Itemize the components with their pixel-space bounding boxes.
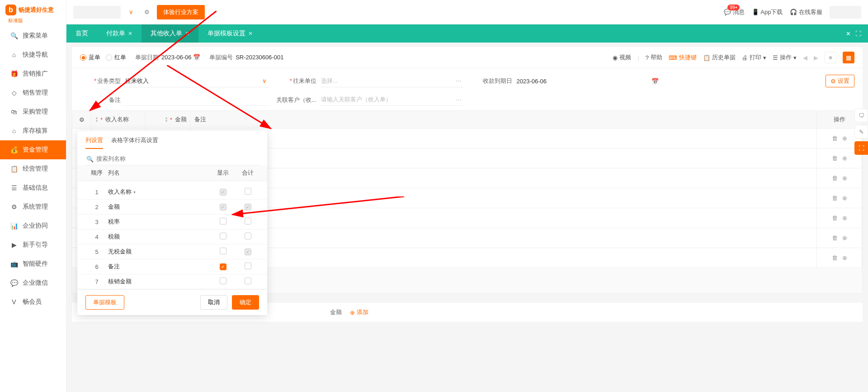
delete-icon[interactable]: 🗑 <box>832 234 838 241</box>
popup-tab-font[interactable]: 表格字体行高设置 <box>111 136 158 149</box>
view-grid-icon[interactable]: ▦ <box>843 52 854 63</box>
grid-header: ⚙ ▲▼*收入名称 ▲▼*金额 备注 操作 <box>72 110 863 129</box>
delete-icon[interactable]: 🗑 <box>832 135 838 142</box>
tabbar: 首页付款单✕其他收入单✕单据模板设置✕ ✕ ⛶ <box>66 24 868 43</box>
checkbox[interactable] <box>220 233 226 239</box>
copy-icon[interactable]: ⊕ <box>842 135 847 142</box>
tabs-expand-icon[interactable]: ⛶ <box>855 30 861 37</box>
field-due-date[interactable]: 收款到期日 2023-06-06 📅 <box>472 75 659 87</box>
print-link[interactable]: 🖨 打印 ▾ <box>742 53 766 62</box>
checkbox[interactable] <box>220 204 226 210</box>
view-list-icon[interactable]: ≡ <box>825 52 836 63</box>
sidebar-item-2[interactable]: 🎁营销推广 <box>0 64 66 83</box>
sidebar-item-13[interactable]: 💬企业微信 <box>0 273 66 292</box>
nav-icon: ⚙ <box>10 203 18 210</box>
checkbox[interactable] <box>220 218 226 225</box>
sidebar-item-12[interactable]: 📺智能硬件 <box>0 254 66 273</box>
delete-icon[interactable]: 🗑 <box>832 195 838 201</box>
checkbox[interactable] <box>220 263 226 270</box>
field-unit[interactable]: *往来单位 选择...⋯ <box>276 75 463 87</box>
col-amount[interactable]: ▲▼*金额 <box>146 111 191 128</box>
float-btn-expand[interactable]: ⛶ <box>854 141 868 155</box>
radio-red[interactable]: 红单 <box>106 53 126 62</box>
copy-icon[interactable]: ⊕ <box>842 195 847 201</box>
tabs-close-icon[interactable]: ✕ <box>846 30 851 37</box>
doc-date-value[interactable]: 2023-06-06 <box>161 54 192 61</box>
operate-link[interactable]: ☰ 操作 ▾ <box>773 53 797 62</box>
more-icon: ⋯ <box>456 96 462 103</box>
column-search-input[interactable] <box>85 153 259 165</box>
cancel-button[interactable]: 取消 <box>200 295 227 310</box>
sidebar-item-11[interactable]: ▶新手引导 <box>0 235 66 254</box>
delete-icon[interactable]: 🗑 <box>832 175 838 182</box>
close-icon[interactable]: ✕ <box>248 30 253 37</box>
sidebar-item-8[interactable]: ☰基础信息 <box>0 178 66 197</box>
user-avatar[interactable] <box>830 6 861 19</box>
shortcut-link[interactable]: ⌨ 快捷键 <box>669 53 697 62</box>
checkbox[interactable] <box>245 218 251 225</box>
checkbox[interactable] <box>245 188 251 195</box>
app-download-link[interactable]: 📱 App下载 <box>752 8 783 16</box>
try-industry-button[interactable]: 体验行业方案 <box>157 5 205 19</box>
checkbox[interactable] <box>245 249 251 255</box>
checkbox[interactable] <box>245 263 251 269</box>
org-dropdown-icon[interactable]: ∨ <box>125 9 137 15</box>
sidebar-item-3[interactable]: ◇销售管理 <box>0 83 66 102</box>
field-biz-type[interactable]: *业务类型 往来收入∨ <box>80 75 268 87</box>
copy-icon[interactable]: ⊕ <box>842 175 847 182</box>
org-selector[interactable] <box>73 6 121 19</box>
tab-2[interactable]: 其他收入单✕ <box>142 24 198 43</box>
copy-icon[interactable]: ⊕ <box>842 155 847 162</box>
sidebar-item-5[interactable]: ⌂库存核算 <box>0 121 66 140</box>
grid-settings-icon[interactable]: ⚙ <box>72 111 91 128</box>
video-link[interactable]: ◉ 视频 <box>613 53 631 62</box>
sidebar-item-0[interactable]: 🔍搜索菜单 <box>0 26 66 45</box>
messages-link[interactable]: 💬 消息 99+ <box>724 8 745 16</box>
tab-1[interactable]: 付款单✕ <box>97 24 142 43</box>
checkbox[interactable] <box>245 233 251 239</box>
sidebar-item-9[interactable]: ⚙系统管理 <box>0 197 66 216</box>
radio-blue[interactable]: 蓝单 <box>80 53 100 62</box>
online-service-link[interactable]: 🎧 在线客服 <box>790 8 822 16</box>
delete-icon[interactable]: 🗑 <box>832 254 838 261</box>
search-icon: 🔍 <box>86 156 94 163</box>
sidebar-item-10[interactable]: 📊企业协同 <box>0 216 66 235</box>
checkbox[interactable] <box>220 277 226 284</box>
close-icon[interactable]: ✕ <box>185 30 189 37</box>
prev-icon[interactable]: ◀ <box>803 54 807 61</box>
checkbox[interactable] <box>245 204 251 210</box>
history-link[interactable]: 📋 历史单据 <box>703 53 736 62</box>
amount-field[interactable]: 金额 <box>273 308 342 316</box>
float-btn-2[interactable]: ✎ <box>854 125 868 139</box>
sidebar-item-7[interactable]: 📋经营管理 <box>0 159 66 178</box>
float-btn-1[interactable]: 🗨 <box>854 109 868 122</box>
delete-icon[interactable]: 🗑 <box>832 215 838 221</box>
settings-button[interactable]: ⚙ 设置 <box>826 75 854 87</box>
copy-icon[interactable]: ⊕ <box>842 254 847 261</box>
sidebar-item-4[interactable]: 🛍采购管理 <box>0 102 66 121</box>
tab-3[interactable]: 单据模板设置✕ <box>198 24 262 43</box>
col-income-name[interactable]: ▲▼*收入名称 <box>91 111 146 128</box>
calendar-icon[interactable]: 📅 <box>651 78 659 85</box>
checkbox[interactable] <box>220 189 226 196</box>
ok-button[interactable]: 确定 <box>232 295 259 310</box>
sidebar-item-6[interactable]: 💰资金管理 <box>0 140 66 159</box>
sidebar-item-14[interactable]: V畅会员 <box>0 292 66 311</box>
tab-0[interactable]: 首页 <box>66 24 97 43</box>
popup-tab-columns[interactable]: 列设置 <box>85 136 103 149</box>
copy-icon[interactable]: ⊕ <box>842 215 847 221</box>
settings-icon[interactable]: ⚙ <box>142 9 152 15</box>
close-icon[interactable]: ✕ <box>128 30 132 37</box>
calendar-icon[interactable]: 📅 <box>193 54 200 61</box>
copy-icon[interactable]: ⊕ <box>842 234 847 241</box>
template-button[interactable]: 单据模板 <box>85 295 124 310</box>
help-link[interactable]: ? 帮助 <box>646 53 662 62</box>
add-button[interactable]: ⊕ 添加 <box>350 308 368 316</box>
checkbox[interactable] <box>220 248 226 254</box>
sidebar-item-1[interactable]: ⌂快捷导航 <box>0 45 66 64</box>
field-customer[interactable]: 关联客户（收... 请输入关联客户（收入单）⋯ <box>276 94 463 106</box>
field-remark[interactable]: 备注 <box>80 94 268 106</box>
checkbox[interactable] <box>245 277 251 284</box>
delete-icon[interactable]: 🗑 <box>832 155 838 162</box>
next-icon[interactable]: ▶ <box>814 54 818 61</box>
